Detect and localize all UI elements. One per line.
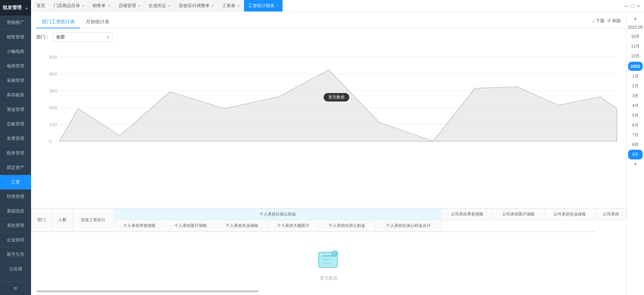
download-label: 下载 [596, 18, 605, 24]
svg-text:400: 400 [49, 72, 57, 76]
window-maximize-icon[interactable]: □ [632, 3, 635, 9]
timeline-item-7[interactable]: 3月 [627, 91, 644, 101]
sidebar-item-17[interactable]: 云应用 [0, 262, 31, 276]
tab-close-icon-6[interactable]: × [237, 4, 239, 8]
sidebar-title: 批发管理 [3, 5, 22, 11]
tab-item-7[interactable]: 工资统计报表× [244, 0, 283, 11]
sidebar-item-8[interactable]: 发票管理 [0, 131, 31, 146]
tab-close-icon-3[interactable]: × [138, 4, 140, 8]
timeline-item-2[interactable]: 11月 [627, 41, 644, 51]
tab-item-5[interactable]: 应收应付调整单× [175, 0, 218, 11]
window-close-icon[interactable]: × [637, 3, 640, 9]
sidebar-item-10[interactable]: 固定资产 [0, 160, 31, 175]
department-select-value: 全部 [56, 34, 65, 40]
sidebar-item-13[interactable]: 基础信息 [0, 204, 31, 218]
col-personal-social: 个人承担社保公积金 [114, 209, 441, 220]
sidebar-item-5[interactable]: 库存核算 [0, 88, 31, 102]
sidebar-item-12[interactable]: 经营管理 [0, 189, 31, 204]
sidebar-item-15[interactable]: 企业协同 [0, 233, 31, 247]
horizontal-scrollbar[interactable] [31, 289, 626, 295]
tab-item-0[interactable]: 首页 [32, 0, 50, 11]
timeline-item-13[interactable]: 9月 [628, 150, 643, 159]
download-button[interactable]: ↓ 下载 [592, 18, 605, 24]
timeline-item-8[interactable]: 4月 [627, 101, 644, 111]
table-wrapper: 部门 人数 应发工资合计 个人承担社保公积金 公司承担养老保险 公司承担医疗保险… [31, 208, 626, 289]
sub-tabs: 部门工资统计表月份统计表 ↓ 下载 ↺ 刷新 [31, 12, 626, 28]
sidebar-item-11[interactable]: 工资 [0, 175, 31, 189]
tab-item-3[interactable]: 店铺管理× [114, 0, 144, 11]
timeline-item-6[interactable]: 2月 [627, 81, 644, 91]
timeline-up-arrow[interactable]: ▲ [631, 13, 640, 23]
col-personal-medical: 个人承担医疗保险 [165, 220, 216, 232]
sub-tab-0[interactable]: 部门工资统计表 [36, 16, 80, 28]
sidebar-item-0[interactable]: 营销推广 [0, 16, 31, 30]
tab-close-icon-5[interactable]: × [212, 4, 214, 8]
sidebar: 批发管理 ▲ 营销推广销售管理小畅电商电商管理采购管理库存核算资金管理总账管理发… [0, 0, 31, 295]
col-personal-major-medical: 个人承担大额医疗 [268, 220, 319, 232]
sub-tab-1[interactable]: 月份统计表 [80, 16, 115, 28]
tab-close-icon-1[interactable]: × [82, 4, 84, 8]
gear-icon: ⚙ [14, 286, 18, 291]
col-personal-housing: 个人承担住房公积金 [319, 220, 375, 232]
tab-item-6[interactable]: 工资表× [218, 0, 244, 11]
col-dept: 部门 [31, 209, 52, 232]
timeline-panel: ▲ 2022.0910月11月12月20221月2月3月4月5月6月7月8月9月… [626, 12, 644, 295]
col-company1: 公司承担养老保险 [441, 209, 493, 220]
timeline-down-arrow[interactable]: ▼ [631, 159, 640, 169]
sidebar-item-6[interactable]: 资金管理 [0, 102, 31, 117]
chart-area: 0 100 200 300 400 500 [31, 46, 626, 208]
col-personal-total: 个人承担社保公积金合计 [375, 220, 441, 232]
sidebar-footer-gear[interactable]: ⚙ [0, 282, 31, 295]
timeline-item-5[interactable]: 1月 [627, 71, 644, 81]
sidebar-item-16[interactable]: 新手引导 [0, 247, 31, 262]
data-table: 部门 人数 应发工资合计 个人承担社保公积金 公司承担养老保险 公司承担医疗保险… [31, 208, 626, 232]
page-area: 部门工资统计表月份统计表 ↓ 下载 ↺ 刷新 部门： 全部 ▾ [31, 12, 626, 295]
timeline-item-4[interactable]: 2022 [628, 62, 643, 71]
content-area: 部门工资统计表月份统计表 ↓ 下载 ↺ 刷新 部门： 全部 ▾ [31, 12, 644, 295]
timeline-item-10[interactable]: 6月 [627, 120, 644, 130]
timeline-item-11[interactable]: 7月 [627, 130, 644, 140]
timeline-item-1[interactable]: 10月 [627, 32, 644, 41]
empty-state: ? 暂无数据 [31, 232, 626, 289]
svg-rect-15 [322, 259, 330, 260]
sidebar-item-7[interactable]: 总账管理 [0, 117, 31, 131]
svg-text:?: ? [333, 252, 336, 256]
sidebar-item-1[interactable]: 销售管理 [0, 30, 31, 45]
refresh-icon: ↺ [607, 18, 611, 23]
tab-item-2[interactable]: 销售单× [88, 0, 114, 11]
window-minimize-icon[interactable]: — [624, 3, 629, 9]
filter-dept-label: 部门： [36, 34, 50, 40]
sidebar-item-14[interactable]: 系统管理 [0, 218, 31, 233]
col-personal-pension: 个人承担养老保险 [114, 220, 165, 232]
sidebar-item-9[interactable]: 税务管理 [0, 146, 31, 160]
refresh-label: 刷新 [612, 18, 621, 24]
sidebar-item-3[interactable]: 电商管理 [0, 59, 31, 73]
col-company2: 公司承担医疗保险 [493, 209, 544, 220]
svg-text:100: 100 [49, 122, 57, 127]
tab-item-4[interactable]: 生成凭证× [144, 0, 175, 11]
svg-rect-16 [322, 262, 332, 264]
timeline-item-12[interactable]: 8月 [627, 140, 644, 150]
tab-close-icon-4[interactable]: × [168, 4, 170, 8]
tab-close-icon-7[interactable]: × [276, 4, 278, 8]
tab-close-icon-2[interactable]: × [108, 4, 110, 8]
tab-bar: 首页门店商品目录×销售单×店铺管理×生成凭证×应收应付调整单×工资表×工资统计报… [31, 0, 644, 12]
timeline-item-0[interactable]: 2022.09 [627, 23, 644, 32]
col-personal-unemployment: 个人承担失业保险 [216, 220, 268, 232]
empty-state-text: 暂无数据 [320, 275, 338, 281]
sidebar-header[interactable]: 批发管理 ▲ [0, 0, 31, 16]
refresh-button[interactable]: ↺ 刷新 [607, 18, 621, 24]
svg-text:300: 300 [49, 89, 57, 93]
timeline-item-3[interactable]: 12月 [627, 51, 644, 61]
svg-marker-12 [59, 70, 617, 141]
sidebar-item-2[interactable]: 小畅电商 [0, 45, 31, 59]
col-total-wage: 应发工资合计 [73, 209, 114, 232]
col-company3: 公司承担失业保险 [544, 209, 595, 220]
svg-text:500: 500 [49, 55, 57, 59]
tab-bar-end: — □ × [622, 3, 643, 9]
timeline-item-9[interactable]: 5月 [627, 111, 644, 120]
department-select[interactable]: 全部 ▾ [52, 32, 113, 42]
col-headcount: 人数 [52, 209, 73, 232]
sidebar-item-4[interactable]: 采购管理 [0, 73, 31, 88]
tab-item-1[interactable]: 门店商品目录× [50, 0, 88, 11]
